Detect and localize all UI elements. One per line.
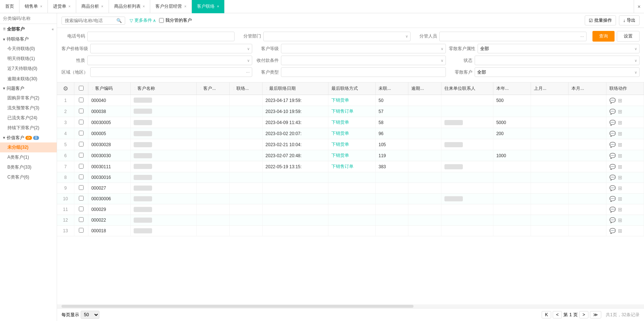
contact-action-icon[interactable]: 💬: [609, 164, 616, 170]
last-method-cell[interactable]: 下销售订单: [328, 106, 376, 117]
more-action-icon[interactable]: ⊞: [618, 131, 622, 137]
dept-select[interactable]: ∨: [263, 32, 411, 41]
more-action-icon[interactable]: ⊞: [618, 109, 622, 114]
th-partner[interactable]: 往来单位联系人: [441, 82, 493, 95]
row-checkbox-cell[interactable]: [74, 215, 88, 226]
th-last-method[interactable]: 最后联络方式: [328, 82, 376, 95]
sidebar-item-a-class[interactable]: A类客户(1): [0, 152, 57, 162]
contact-action-icon[interactable]: 💬: [609, 131, 616, 137]
scatter-cust-select[interactable]: 全部 ∨: [475, 67, 640, 77]
row-checkbox-cell[interactable]: [74, 95, 88, 106]
search-icon[interactable]: 🔍: [116, 18, 122, 23]
th-last-month[interactable]: 上月...: [531, 82, 568, 95]
row-checkbox-cell[interactable]: [74, 117, 88, 128]
query-button[interactable]: 查询: [592, 31, 615, 42]
sidebar-item-today-pending[interactable]: 今天待联络(0): [0, 44, 57, 54]
sidebar-item-overdue-pending[interactable]: 逾期未联络(30): [0, 74, 57, 84]
sidebar-item-fixed-abnormal[interactable]: 固购异常客户(2): [0, 93, 57, 103]
last-method-link[interactable]: 下销货单: [331, 142, 349, 147]
last-method-cell[interactable]: [328, 172, 376, 183]
row-checkbox[interactable]: [79, 196, 84, 201]
last-method-link[interactable]: 下销货单: [331, 120, 349, 125]
more-action-icon[interactable]: ⊞: [618, 217, 622, 223]
row-checkbox-cell[interactable]: [74, 183, 88, 194]
sidebar-item-b-class[interactable]: B类客户(33): [0, 162, 57, 172]
th-this-month[interactable]: 本月...: [569, 82, 606, 95]
contact-action-icon[interactable]: 💬: [609, 120, 616, 126]
contact-action-icon[interactable]: 💬: [609, 153, 616, 159]
last-method-cell[interactable]: 下销货单: [328, 150, 376, 161]
last-method-cell[interactable]: 下销货单: [328, 117, 376, 128]
row-checkbox-cell[interactable]: [74, 172, 88, 183]
row-checkbox[interactable]: [79, 98, 84, 102]
sidebar-item-tomorrow-pending[interactable]: 明天待联络(1): [0, 54, 57, 64]
tab-home[interactable]: 首页: [0, 0, 20, 13]
last-method-cell[interactable]: [328, 215, 376, 226]
price-level-select[interactable]: ∨: [90, 44, 252, 53]
tab-product-analysis[interactable]: 商品分析 ×: [76, 0, 109, 13]
more-conditions-button[interactable]: ▽ 更多条件 ∧: [130, 17, 156, 24]
row-checkbox[interactable]: [79, 109, 84, 113]
more-action-icon[interactable]: ⊞: [618, 196, 622, 202]
sidebar-item-c-class[interactable]: C类客户(6): [0, 172, 57, 182]
tab-sales[interactable]: 销售单 ×: [20, 0, 48, 13]
th-type[interactable]: : 客户...: [197, 82, 230, 95]
sidebar-item-ungroup[interactable]: 未分组(32): [0, 142, 57, 152]
my-customers-checkbox[interactable]: 我分管的客户: [159, 17, 192, 24]
row-checkbox[interactable]: [79, 131, 84, 135]
cust-type-input[interactable]: [281, 67, 446, 77]
scatter-attr-select[interactable]: 全部 ∨: [478, 44, 640, 53]
contact-action-icon[interactable]: 💬: [609, 185, 616, 191]
sidebar-item-churn-warning[interactable]: 流失预警客户(3): [0, 103, 57, 113]
more-action-icon[interactable]: ⊞: [618, 153, 622, 159]
th-name[interactable]: : 客户名称: [130, 82, 196, 95]
row-checkbox-cell[interactable]: [74, 204, 88, 215]
more-action-icon[interactable]: ⊞: [618, 164, 622, 170]
sidebar-pending-group[interactable]: ▾ 待联络客户: [0, 35, 57, 44]
th-contact[interactable]: : 联络...: [229, 82, 263, 95]
last-method-cell[interactable]: [328, 204, 376, 215]
sidebar-item-churned[interactable]: 已流失客户(24): [0, 113, 57, 123]
th-this-year[interactable]: 本年...: [493, 82, 531, 95]
more-action-icon[interactable]: ⊞: [618, 174, 622, 180]
row-checkbox-cell[interactable]: [74, 161, 88, 172]
status-select[interactable]: ∨: [475, 56, 640, 65]
export-button[interactable]: ↓ 导出: [619, 15, 640, 25]
close-product-analysis-list-tab-icon[interactable]: ×: [143, 4, 145, 8]
th-overdue[interactable]: 逾期...: [408, 82, 441, 95]
row-checkbox[interactable]: [79, 217, 84, 222]
last-method-cell[interactable]: [328, 226, 376, 236]
row-checkbox[interactable]: [79, 228, 84, 233]
sidebar-item-declining[interactable]: 持续下滑客户(2): [0, 123, 57, 133]
more-action-icon[interactable]: ⊞: [618, 98, 622, 103]
row-checkbox-cell[interactable]: [74, 226, 88, 236]
tab-customer-segment[interactable]: 客户分层经营 ×: [150, 0, 192, 13]
tab-product-analysis-list[interactable]: 商品分析列表 ×: [109, 0, 151, 13]
last-method-cell[interactable]: 下销货单: [328, 95, 376, 106]
row-checkbox[interactable]: [79, 164, 84, 169]
close-customer-contact-tab-icon[interactable]: ×: [217, 4, 219, 8]
th-last-date[interactable]: : 最后联络日期: [263, 82, 328, 95]
contact-action-icon[interactable]: 💬: [609, 98, 616, 103]
last-method-cell[interactable]: [328, 194, 376, 204]
next-page-button[interactable]: >: [579, 311, 588, 318]
cust-level-select[interactable]: ∨: [281, 44, 446, 53]
row-checkbox[interactable]: [79, 207, 84, 211]
last-method-link[interactable]: 下销售订单: [331, 109, 353, 114]
last-method-cell[interactable]: 下销售订单: [328, 161, 376, 172]
more-action-icon[interactable]: ⊞: [618, 120, 622, 126]
more-action-icon[interactable]: ⊞: [618, 185, 622, 191]
row-checkbox[interactable]: [79, 120, 84, 124]
reset-button[interactable]: 设置: [617, 31, 640, 42]
close-product-analysis-tab-icon[interactable]: ×: [101, 4, 103, 8]
row-checkbox[interactable]: [79, 185, 84, 190]
close-customer-segment-tab-icon[interactable]: ×: [184, 4, 186, 8]
region-select[interactable]: ···: [90, 67, 252, 77]
contact-action-icon[interactable]: 💬: [609, 142, 616, 148]
contact-action-icon[interactable]: 💬: [609, 174, 616, 180]
last-method-link[interactable]: 下销售订单: [331, 164, 353, 169]
row-checkbox-cell[interactable]: [74, 139, 88, 150]
more-action-icon[interactable]: ⊞: [618, 207, 622, 212]
row-checkbox-cell[interactable]: [74, 106, 88, 117]
contact-action-icon[interactable]: 💬: [609, 228, 616, 234]
